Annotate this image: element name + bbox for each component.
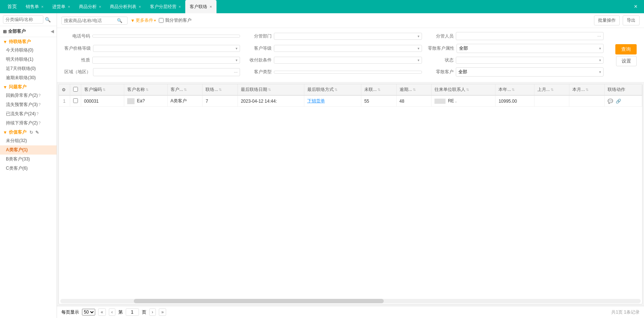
nav-tab-analysis-list[interactable]: 商品分析列表 ×: [105, 0, 145, 13]
customer-level-label: 客户等级: [246, 45, 272, 52]
nav-tab-customer-contact[interactable]: 客户联络 ×: [185, 0, 216, 13]
th-unit-contact[interactable]: 往来单位联系人 ⇅: [432, 84, 495, 95]
sort-tmonth-icon: ⇅: [586, 88, 588, 92]
sidebar-item-c-class[interactable]: C类客户(6): [0, 164, 57, 173]
table-scroll[interactable]: ⚙ 客户编码 ⇅: [59, 84, 642, 298]
question-icon-3: ?: [36, 112, 39, 116]
more-conditions-btn[interactable]: ▼ 更多条件 ▾: [130, 17, 156, 24]
close-sales-icon[interactable]: ×: [41, 4, 43, 9]
close-customer-contact-icon[interactable]: ×: [210, 4, 212, 9]
th-this-month[interactable]: 本月... ⇅: [569, 84, 605, 95]
sidebar-item-7days[interactable]: 近7天待联络(0): [0, 64, 57, 73]
sidebar-item-churned[interactable]: 已流失客户(24) ?: [0, 109, 57, 119]
th-contact[interactable]: 联络... ⇅: [203, 84, 238, 95]
filter-status: 状态 ▾: [425, 56, 607, 65]
link-icon[interactable]: 🔗: [616, 99, 621, 104]
filter-phone: 电话号码: [61, 32, 243, 40]
status-select[interactable]: ▾: [456, 57, 604, 64]
query-btn[interactable]: 查询: [615, 44, 637, 54]
sidebar-search-input[interactable]: [3, 15, 43, 24]
refresh-icon[interactable]: ↻: [29, 130, 33, 135]
sidebar-group-pending[interactable]: ▼ 待联络客户: [0, 37, 57, 46]
retail-attr-select[interactable]: 全部▾: [457, 44, 604, 53]
my-customers-check[interactable]: [159, 18, 164, 23]
collapse-icon[interactable]: ◀: [51, 29, 54, 34]
sidebar-item-declining[interactable]: 持续下滑客户(2) ?: [0, 119, 57, 128]
scrollbar-thumb[interactable]: [134, 299, 384, 303]
sort-cat-icon: ⇅: [184, 88, 187, 92]
search-icon[interactable]: 🔍: [117, 18, 122, 23]
th-checkbox[interactable]: [70, 84, 81, 95]
export-btn[interactable]: 导出: [623, 15, 640, 25]
edit-icon[interactable]: ✎: [35, 130, 39, 135]
sidebar-group-problem[interactable]: ▼ 问题客户: [0, 82, 57, 91]
table-row: 1 000031 Ea? A类客户 7 2023-04-12 14:: [59, 95, 642, 107]
th-code[interactable]: 客户编码 ⇅: [81, 84, 124, 95]
sidebar-group-value[interactable]: ▼ 价值客户 ↻ ✎: [0, 128, 57, 136]
settings-btn[interactable]: 设置: [616, 56, 637, 66]
person-input[interactable]: ···: [456, 32, 604, 40]
sidebar-item-abnormal[interactable]: 回购异常客户(2) ?: [0, 91, 57, 100]
filter-payment: 收付款条件 ▾: [243, 56, 425, 65]
th-last-method[interactable]: 最后联络方式 ⇅: [304, 84, 361, 95]
dept-select[interactable]: ▾: [274, 33, 422, 40]
sidebar-item-a-class[interactable]: A类客户(1): [0, 145, 57, 155]
next-page-btn[interactable]: ›: [149, 308, 156, 316]
batch-op-btn[interactable]: 批量操作: [594, 15, 620, 25]
select-all-checkbox[interactable]: [73, 87, 78, 92]
close-analysis-icon[interactable]: ×: [99, 4, 101, 9]
nav-home[interactable]: 首页: [3, 3, 21, 10]
row-last-method[interactable]: 下销货单: [304, 95, 361, 107]
th-settings[interactable]: ⚙: [59, 84, 70, 95]
last-page-btn[interactable]: »: [159, 308, 167, 316]
row-last-month: [534, 95, 569, 107]
sidebar-item-tomorrow[interactable]: 明天待联络(1): [0, 55, 57, 64]
row-checkbox[interactable]: [73, 98, 78, 103]
sidebar-item-churn-warning[interactable]: 流失预警客户(3) ?: [0, 100, 57, 109]
row-category: A类客户: [167, 95, 203, 107]
th-category[interactable]: 客户... ⇅: [167, 84, 203, 95]
page-num-input[interactable]: [126, 308, 139, 316]
main-search-input[interactable]: [64, 18, 115, 23]
close-all-btn[interactable]: ×: [630, 3, 641, 10]
triangle-icon3: ▼: [3, 130, 7, 135]
per-page-select[interactable]: 50: [82, 309, 95, 315]
retail-select[interactable]: 全部▾: [456, 67, 604, 77]
message-icon[interactable]: 💬: [608, 99, 613, 104]
customer-type-input[interactable]: [274, 71, 422, 74]
sidebar-item-overdue[interactable]: 逾期未联络(30): [0, 73, 57, 82]
close-purchase-icon[interactable]: ×: [68, 4, 70, 9]
first-page-btn[interactable]: «: [98, 308, 106, 316]
th-last-month[interactable]: 上月... ⇅: [534, 84, 569, 95]
filter-actions: 查询 设置: [607, 31, 640, 79]
payment-select[interactable]: ▾: [274, 57, 422, 64]
nav-tab-sales[interactable]: 销售单 ×: [21, 0, 48, 13]
nav-tab-purchase[interactable]: 进货单 ×: [48, 0, 74, 13]
sidebar-item-ungroup[interactable]: 未分组(32): [0, 136, 57, 145]
th-last-date[interactable]: 最后联络日期 ⇅: [238, 84, 304, 95]
th-overdue[interactable]: 逾期... ⇅: [396, 84, 432, 95]
my-customers-checkbox[interactable]: 我分管的客户: [159, 17, 192, 24]
total-info: 共1页 1条记录: [611, 309, 640, 315]
close-analysis-list-icon[interactable]: ×: [139, 4, 141, 9]
price-level-label: 客户价格等级: [64, 45, 91, 52]
phone-input[interactable]: [92, 35, 240, 38]
nav-tab-analysis[interactable]: 商品分析 ×: [75, 0, 105, 13]
settings-icon[interactable]: ⚙: [62, 87, 66, 92]
th-uncontacted[interactable]: 未联... ⇅: [361, 84, 396, 95]
price-level-select[interactable]: ▾: [93, 45, 240, 52]
th-name[interactable]: 客户名称 ⇅: [124, 84, 168, 95]
sort-overdue-icon: ⇅: [413, 88, 416, 92]
horizontal-scrollbar[interactable]: [60, 299, 641, 303]
customer-level-select[interactable]: ▾: [274, 45, 422, 52]
sidebar-item-today[interactable]: 今天待联络(0): [0, 46, 57, 55]
region-input[interactable]: ···: [93, 68, 240, 76]
sidebar-all-customers[interactable]: ⊞ 全部客户 ◀: [0, 26, 57, 37]
prev-page-btn[interactable]: ‹: [109, 308, 115, 316]
nature-select[interactable]: ▾: [92, 57, 240, 64]
close-customer-mgmt-icon[interactable]: ×: [179, 4, 181, 9]
th-this-year[interactable]: 本年... ⇅: [495, 84, 534, 95]
sidebar-search-icon[interactable]: 🔍: [45, 17, 51, 22]
nav-tab-customer-mgmt[interactable]: 客户分层经营 ×: [146, 0, 185, 13]
sidebar-item-b-class[interactable]: B类客户(33): [0, 155, 57, 164]
